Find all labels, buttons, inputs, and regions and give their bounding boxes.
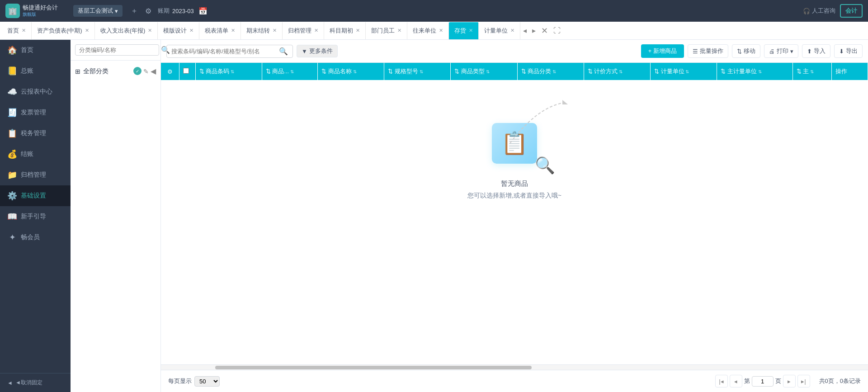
close-icon[interactable]: ✕ [469,28,473,33]
close-icon[interactable]: ✕ [356,28,360,33]
filter-icon: ▼ [302,48,307,55]
batch-btn[interactable]: ☰ 批量操作 [688,44,728,58]
sidebar-item-ledger[interactable]: 📒 总账 [0,61,71,81]
th-barcode[interactable]: ⇅ 商品条码 [195,63,262,80]
close-icon[interactable]: ✕ [22,28,26,33]
th-price-method[interactable]: ⇅ 计价方式 [584,63,650,80]
th-main-unit[interactable]: ⇅ 主计量单位 [717,63,793,80]
last-page-btn[interactable]: ▸| [797,375,810,387]
app-name: 畅捷通好会计 [23,4,58,11]
close-icon[interactable]: ✕ [273,28,277,33]
tab-inventory[interactable]: 存货 ✕ [449,22,479,39]
search-input[interactable] [171,48,277,55]
tab-next-btn[interactable]: ▸ [529,26,538,35]
more-filter-btn[interactable]: ▼ 更多条件 [297,45,338,57]
th-extra[interactable]: ⇅ 主 [793,63,831,80]
th-type[interactable]: ⇅ 商品类型 [451,63,517,80]
page-nav: |◂ ◂ 第 页 ▸ ▸| 共0页，0条记录 [715,375,861,387]
tab-prev-btn[interactable]: ◂ [520,26,529,35]
close-icon[interactable]: ✕ [85,28,89,33]
next-page-btn[interactable]: ▸ [783,375,796,387]
tab-template[interactable]: 模版设计 ✕ [158,22,199,39]
company-selector[interactable]: 基层工会测试 ▾ [73,5,123,17]
tab-home[interactable]: 首页 ✕ [2,22,32,39]
close-icon[interactable]: ✕ [439,28,443,33]
th-code[interactable]: ⇅ 商品... [262,63,318,80]
th-category[interactable]: ⇅ 商品分类 [517,63,584,80]
logo-icon: 🏢 [5,4,20,18]
ledger-icon: 📒 [7,66,17,76]
move-btn[interactable]: ⇅ 移动 [732,44,760,58]
scrollbar-thumb[interactable] [215,366,532,369]
sidebar-item-archive[interactable]: 📁 归档管理 [0,165,71,185]
close-icon[interactable]: ✕ [148,28,152,33]
panel-wrapper: 🔍 ⊞ 全部分类 ✓ ✎ ◀ [71,40,868,392]
th-spec[interactable]: ⇅ 规格型号 [384,63,451,80]
sidebar-nav: 🏠 首页 📒 总账 ☁️ 云报表中心 🧾 发票管理 📋 税务管理 💰 结账 [0,40,71,373]
move-icon: ⇅ [737,48,742,55]
tab-unit[interactable]: 计量单位 ✕ [479,22,520,39]
close-icon[interactable]: ✕ [397,28,401,33]
search-icon[interactable]: 🔍 [279,47,288,56]
kuaiji-button[interactable]: 会计 [840,4,863,18]
toolbar: 🔍 ▼ 更多条件 + 新增商品 ☰ 批量操作 ⇅ 移动 [161,40,868,63]
th-name[interactable]: ⇅ 商品名称 [318,63,384,80]
sidebar-item-settle[interactable]: 💰 结账 [0,144,71,165]
tab-dept[interactable]: 部门员工 ✕ [366,22,407,39]
tab-period[interactable]: 期末结转 ✕ [241,22,283,39]
category-all-item[interactable]: ⊞ 全部分类 ✓ ✎ ◀ [75,65,156,77]
tab-expand-btn[interactable]: ⛶ [551,27,563,35]
tab-assets[interactable]: 资产负债表(中期) ✕ [32,22,95,39]
human-service-btn[interactable]: 🎧 人工咨询 [803,7,835,15]
th-gear[interactable]: ⚙ [161,63,179,80]
tab-tax[interactable]: 税表清单 ✕ [199,22,241,39]
content-area: 🔍 ⊞ 全部分类 ✓ ✎ ◀ [71,40,868,392]
settle-icon: 💰 [7,149,17,159]
print-chevron-icon: ▾ [790,48,793,55]
total-label: 共0页，0条记录 [819,377,861,385]
per-page-select[interactable]: 50 10 20 100 [194,376,220,387]
top-right: 🎧 人工咨询 会计 [803,4,863,18]
import-btn[interactable]: ⬆ 导入 [802,44,830,58]
category-search-input[interactable] [75,44,159,56]
th-checkbox[interactable] [179,63,195,80]
category-tree: ⊞ 全部分类 ✓ ✎ ◀ [71,61,160,82]
edit-category-btn[interactable]: ✎ [143,67,149,76]
export-btn[interactable]: ⬇ 导出 [834,44,863,58]
calendar-icon[interactable]: 📅 [197,5,209,17]
sidebar-item-tax[interactable]: 📋 税务管理 [0,123,71,144]
sidebar-item-invoice[interactable]: 🧾 发票管理 [0,102,71,123]
close-icon[interactable]: ✕ [189,28,193,33]
collapse-panel-btn[interactable]: ◀ [151,67,156,76]
tab-income[interactable]: 收入支出表(年报) ✕ [95,22,158,39]
home-icon: 🏠 [7,45,17,55]
first-page-btn[interactable]: |◂ [715,375,728,387]
add-tab-btn[interactable]: ＋ [129,5,140,18]
member-icon: ✦ [7,232,17,242]
sidebar-item-home[interactable]: 🏠 首页 [0,40,71,61]
sidebar-item-cloud[interactable]: ☁️ 云报表中心 [0,81,71,102]
select-all-checkbox[interactable] [183,68,189,74]
page-number-input[interactable] [752,376,774,387]
close-icon[interactable]: ✕ [231,28,235,33]
tab-contacts[interactable]: 往来单位 ✕ [407,22,449,39]
sidebar-item-member[interactable]: ✦ 畅会员 [0,227,71,248]
tab-subject[interactable]: 科目期初 ✕ [324,22,366,39]
empty-illustration: 📋 🔍 [460,107,569,179]
sidebar-footer[interactable]: ◄ ◄取消固定 [0,373,71,392]
sidebar-item-settings[interactable]: ⚙️ 基础设置 [0,185,71,206]
close-icon[interactable]: ✕ [510,28,514,33]
scrollbar-area[interactable] [161,364,868,370]
th-unit[interactable]: ⇅ 计量单位 [650,63,717,80]
new-product-btn[interactable]: + 新增商品 [641,44,684,58]
tab-close-all-btn[interactable]: ✕ [538,26,551,36]
main-layout: 🏠 首页 📒 总账 ☁️ 云报表中心 🧾 发票管理 📋 税务管理 💰 结账 [0,40,868,392]
tab-archive[interactable]: 归档管理 ✕ [283,22,324,39]
sidebar-item-guide[interactable]: 📖 新手引导 [0,206,71,227]
empty-desc: 您可以选择新增,或者直接导入哦~ [467,190,561,201]
settings-icon[interactable]: ⚙ [143,5,153,17]
prev-page-btn[interactable]: ◂ [730,375,742,387]
print-btn[interactable]: 🖨 打印 ▾ [764,44,798,58]
close-icon[interactable]: ✕ [314,28,318,33]
app-version: 旗舰版 [23,11,58,18]
